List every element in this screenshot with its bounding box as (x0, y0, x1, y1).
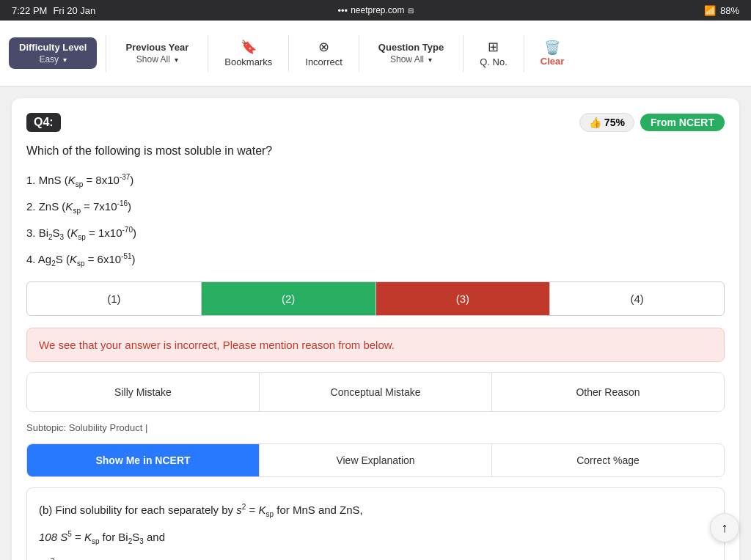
option-4: 4. Ag2S (Ksp = 6x10-51) (26, 251, 725, 270)
nav-divider-6 (524, 35, 524, 72)
view-explanation-tab[interactable]: View Explanation (260, 444, 492, 476)
clear-button[interactable]: 🗑️ Clear (533, 35, 572, 71)
status-bar-right: 📶 88% (704, 5, 739, 16)
answer-option-2[interactable]: (2) (202, 282, 376, 315)
difficulty-label: Difficulty Level (19, 42, 87, 53)
answer-option-3[interactable]: (3) (376, 282, 551, 315)
explanation-line-1: (b) Find solubility for each separately … (39, 500, 712, 521)
question-header: Q4: 👍 75% From NCERT (26, 113, 725, 132)
question-number: Q4: (26, 113, 61, 132)
incorrect-icon: ⊗ (318, 39, 329, 55)
chevron-up-icon: ↑ (722, 520, 728, 536)
chevron-down-icon-3: ▾ (428, 56, 432, 64)
action-tabs: Show Me in NCERT View Explanation Correc… (26, 443, 725, 477)
percent-badge: 👍 75% (579, 113, 634, 132)
nav-divider-4 (359, 35, 359, 72)
answer-option-4[interactable]: (4) (550, 282, 724, 315)
difficulty-level-filter[interactable]: Difficulty Level Easy ▾ (9, 37, 97, 69)
bookmark-icon: 🔖 (241, 39, 257, 55)
nav-divider-3 (288, 35, 289, 72)
status-bar: 7:22 PM Fri 20 Jan ••• neetprep.com ⊟ 📶 … (0, 0, 751, 21)
time-display: 7:22 PM (12, 5, 47, 16)
explanation-content: (b) Find solubility for each separately … (26, 487, 725, 560)
show-me-ncert-tab[interactable]: Show Me in NCERT (27, 444, 260, 476)
silly-mistake-button[interactable]: Silly Mistake (27, 373, 260, 411)
nav-divider-2 (208, 35, 208, 72)
qno-label: Q. No. (480, 56, 508, 67)
other-reason-button[interactable]: Other Reason (492, 373, 724, 411)
app-indicator: ⊟ (408, 7, 414, 15)
conceptual-mistake-button[interactable]: Conceptual Mistake (260, 373, 492, 411)
answer-bar: (1) (2) (3) (4) (26, 281, 725, 316)
previous-year-filter[interactable]: Previous Year Show All ▾ (115, 37, 199, 69)
previous-year-label: Previous Year (125, 42, 188, 53)
subtopic: Subtopic: Solubility Product | (26, 422, 725, 433)
ncert-badge: From NCERT (640, 114, 725, 131)
qno-button[interactable]: ⊞ Q. No. (472, 34, 515, 72)
explanation-line-2: 108 S5 = Ksp for Bi2S3 and (39, 527, 712, 548)
clear-label: Clear (541, 56, 565, 67)
subtopic-value: Solubility Product | (69, 422, 147, 433)
trash-icon: 🗑️ (544, 40, 560, 56)
nav-divider-1 (106, 35, 106, 72)
dots-icon: ••• (337, 5, 348, 16)
question-type-label: Question Type (378, 42, 444, 53)
chevron-down-icon-2: ▾ (175, 56, 178, 64)
reason-buttons: Silly Mistake Conceptual Mistake Other R… (26, 372, 725, 412)
nav-divider-5 (463, 35, 464, 72)
nav-bar: Difficulty Level Easy ▾ Previous Year Sh… (0, 21, 751, 86)
question-card: Q4: 👍 75% From NCERT Which of the follow… (12, 98, 739, 560)
answer-option-1[interactable]: (1) (27, 282, 202, 315)
explanation-line-3: 4s3 = Ksp for Ag2S. (39, 554, 712, 560)
difficulty-value: Easy (39, 54, 59, 65)
question-type-value: Show All (390, 54, 424, 65)
status-bar-left: 7:22 PM Fri 20 Jan (12, 5, 95, 16)
option-2: 2. ZnS (Ksp = 7x10-16) (26, 198, 725, 217)
grid-icon: ⊞ (488, 39, 499, 55)
thumbs-up-icon: 👍 (589, 117, 601, 128)
correct-percentage-tab[interactable]: Correct %age (492, 444, 724, 476)
option-3: 3. Bi2S3 (Ksp = 1x10-70) (26, 224, 725, 243)
incorrect-label: Incorrect (305, 56, 342, 67)
app-name: neetprep.com (351, 5, 404, 15)
chevron-down-icon: ▾ (63, 56, 67, 64)
scroll-to-top-button[interactable]: ↑ (710, 513, 739, 542)
ncert-label: From NCERT (651, 117, 714, 128)
question-text: Which of the following is most soluble i… (26, 142, 725, 160)
badges-container: 👍 75% From NCERT (579, 113, 725, 132)
bookmarks-label: Bookmarks (224, 56, 272, 67)
wifi-icon: 📶 (704, 5, 716, 16)
main-content: Q4: 👍 75% From NCERT Which of the follow… (0, 86, 751, 560)
incorrect-filter[interactable]: ⊗ Incorrect (298, 34, 350, 72)
battery-display: 88% (720, 5, 739, 16)
bookmarks-button[interactable]: 🔖 Bookmarks (217, 34, 279, 72)
percent-value: 75% (604, 117, 625, 128)
option-1: 1. MnS (Ksp = 8x10-37) (26, 172, 725, 191)
previous-year-value: Show All (136, 54, 170, 65)
date-display: Fri 20 Jan (53, 5, 95, 16)
incorrect-message: We see that your answer is incorrect, Pl… (26, 328, 725, 362)
question-type-filter[interactable]: Question Type Show All ▾ (368, 37, 454, 69)
